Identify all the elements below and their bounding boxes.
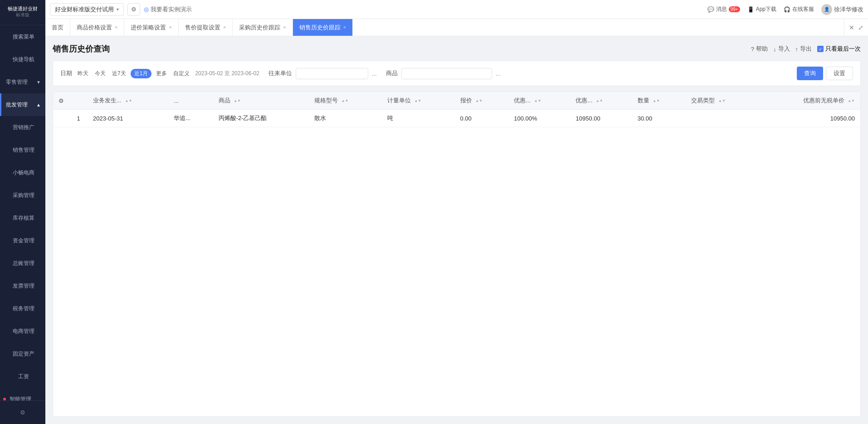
date-option-last7[interactable]: 近7天 xyxy=(110,69,128,78)
sidebar-item-label: 销售管理 xyxy=(13,146,34,154)
row-product-prefix: 华追... xyxy=(168,110,213,127)
supplier-input[interactable] xyxy=(296,68,368,79)
date-option-last1m[interactable]: 近1月 xyxy=(131,69,152,78)
maximize-panel-button[interactable]: ⤢ xyxy=(857,23,864,32)
col-qty[interactable]: 数量 ▲▼ xyxy=(632,92,686,110)
page-title: 销售历史价查询 xyxy=(53,43,110,54)
sidebar-item-salary[interactable]: 工资 xyxy=(0,365,45,388)
close-icon[interactable]: × xyxy=(169,25,171,30)
user-menu[interactable]: 👤 徐泽华修改 xyxy=(821,4,863,15)
import-button[interactable]: ↓ 导入 xyxy=(773,45,790,53)
col-discount1[interactable]: 优惠... ▲▼ xyxy=(508,92,570,110)
headset-icon: 🎧 xyxy=(784,6,790,13)
sidebar-item-ecommerce-small[interactable]: 小畅电商 xyxy=(0,161,45,184)
gear-icon: ⚙ xyxy=(131,6,137,13)
filter-actions: 查询 设置 xyxy=(797,67,853,80)
col-trade-type[interactable]: 交易类型 ▲▼ xyxy=(686,92,759,110)
app-download-button[interactable]: 📱 App下载 xyxy=(747,5,776,13)
chevron-up-icon: ▲ xyxy=(36,102,41,107)
search-button[interactable]: 查询 xyxy=(797,67,823,80)
sidebar-item-smart[interactable]: 智能管理 xyxy=(0,388,45,400)
sidebar-item-marketing[interactable]: 营销推广 xyxy=(0,116,45,139)
tab-purchase-history[interactable]: 采购历史价跟踪 × xyxy=(233,19,293,36)
col-number xyxy=(69,92,88,110)
page-actions: ? 帮助 ↓ 导入 ↑ 导出 ✓ 只看最后一次 xyxy=(751,45,861,53)
only-last-checkbox[interactable]: ✓ 只看最后一次 xyxy=(817,45,861,53)
row-qty: 30.00 xyxy=(632,110,686,127)
close-icon[interactable]: × xyxy=(115,25,117,30)
date-option-yesterday[interactable]: 昨天 xyxy=(76,69,90,78)
sidebar-item-purchase[interactable]: 采购管理 xyxy=(0,184,45,207)
message-icon: 💬 xyxy=(707,6,714,13)
topbar-settings-button[interactable]: ⚙ xyxy=(127,3,140,16)
message-button[interactable]: 💬 消息 99+ xyxy=(707,5,740,13)
export-button[interactable]: ↑ 导出 xyxy=(795,45,812,53)
topbar: 好业财标准版交付试用 ▾ ⚙ ◎ 我要看实例演示 💬 消息 99+ 📱 App下… xyxy=(45,0,868,19)
close-icon[interactable]: × xyxy=(223,25,226,30)
product-input[interactable] xyxy=(401,68,492,79)
row-discount1: 100.00% xyxy=(508,110,570,127)
sidebar-item-search[interactable]: 搜索菜单 xyxy=(0,25,45,48)
sidebar-item-invoice[interactable]: 发票管理 xyxy=(0,275,45,297)
demo-button[interactable]: ◎ 我要看实例演示 xyxy=(144,5,192,14)
sidebar: 畅捷通好业财 标准版 搜索菜单 快捷导航 零售管理 ▼ 批发管理 ▲ 营销推广 … xyxy=(0,0,45,424)
sidebar-item-sales[interactable]: 销售管理 xyxy=(0,139,45,161)
sidebar-item-wholesale[interactable]: 批发管理 ▲ xyxy=(0,93,45,116)
tab-home[interactable]: 首页 xyxy=(45,19,70,36)
col-pretax-price[interactable]: 优惠前无税单价 ▲▼ xyxy=(759,92,860,110)
page-header: 销售历史价查询 ? 帮助 ↓ 导入 ↑ 导出 ✓ 只看最后一次 xyxy=(53,43,861,54)
col-unit[interactable]: 计量单位 ▲▼ xyxy=(382,92,455,110)
date-option-custom[interactable]: 自定义 xyxy=(171,69,191,78)
close-panel-button[interactable]: ✕ xyxy=(848,23,855,32)
tab-product-price[interactable]: 商品价格设置 × xyxy=(70,19,124,36)
date-option-today[interactable]: 今天 xyxy=(93,69,107,78)
close-icon[interactable]: × xyxy=(343,25,346,30)
sidebar-item-finance[interactable]: 资金管理 xyxy=(0,229,45,252)
settings-button[interactable]: 设置 xyxy=(826,67,853,80)
sidebar-item-label: 批发管理 xyxy=(6,101,28,109)
product-dots-button[interactable]: ... xyxy=(496,70,501,77)
sidebar-item-ecommerce[interactable]: 电商管理 xyxy=(0,320,45,342)
sidebar-item-label: 小畅电商 xyxy=(13,169,34,177)
sort-icon: ▲▼ xyxy=(534,99,541,103)
col-more-label: ... xyxy=(174,97,179,104)
help-button[interactable]: ? 帮助 xyxy=(751,45,768,53)
sort-icon: ▲▼ xyxy=(653,99,660,103)
col-more[interactable]: ... xyxy=(168,92,213,110)
sidebar-item-label: 税务管理 xyxy=(13,305,34,313)
col-price[interactable]: 报价 ▲▼ xyxy=(455,92,509,110)
sidebar-item-label: 营销推广 xyxy=(13,124,34,131)
col-spec-label: 规格型号 xyxy=(314,97,338,104)
sidebar-item-label: 搜索菜单 xyxy=(13,33,34,41)
sort-icon: ▲▼ xyxy=(596,99,603,103)
tab-purchase-strategy[interactable]: 进价策略设置 × xyxy=(124,19,178,36)
col-product[interactable]: 商品 ▲▼ xyxy=(213,92,309,110)
tabbar: 首页 商品价格设置 × 进价策略设置 × 售价提取设置 × 采购历史价跟踪 × … xyxy=(45,19,868,36)
online-service-button[interactable]: 🎧 在线客服 xyxy=(784,5,814,13)
supplier-label: 往来单位 xyxy=(268,69,292,77)
sidebar-item-ledger[interactable]: 总账管理 xyxy=(0,252,45,275)
col-trade-type-label: 交易类型 xyxy=(691,97,715,104)
col-settings[interactable]: ⚙ xyxy=(53,92,69,110)
date-option-more[interactable]: 更多 xyxy=(154,69,169,78)
sidebar-item-inventory[interactable]: 库存核算 xyxy=(0,207,45,229)
play-icon: ◎ xyxy=(144,6,149,13)
col-discount2[interactable]: 优惠... ▲▼ xyxy=(570,92,632,110)
col-date[interactable]: 业务发生... ▲▼ xyxy=(88,92,168,110)
sidebar-item-quicknav[interactable]: 快捷导航 xyxy=(0,48,45,71)
sidebar-item-assets[interactable]: 固定资产 xyxy=(0,342,45,365)
table-header-row: ⚙ 业务发生... ▲▼ ... 商品 ▲▼ xyxy=(53,92,860,110)
date-filter-group: 日期 昨天 今天 近7天 近1月 更多 自定义 2023-05-02 至 202… xyxy=(60,69,259,78)
sidebar-item-tax[interactable]: 税务管理 xyxy=(0,297,45,320)
supplier-dots-button[interactable]: ... xyxy=(372,70,377,77)
tab-sales-history[interactable]: 销售历史价跟踪 × xyxy=(293,19,353,36)
tab-sale-extract[interactable]: 售价提取设置 × xyxy=(179,19,233,36)
sort-icon: ▲▼ xyxy=(414,99,421,103)
sidebar-item-label: 快捷导航 xyxy=(13,56,34,63)
sidebar-settings-button[interactable]: ⚙ xyxy=(0,405,45,420)
sidebar-item-retail[interactable]: 零售管理 ▼ xyxy=(0,71,45,93)
col-spec[interactable]: 规格型号 ▲▼ xyxy=(309,92,382,110)
module-selector[interactable]: 好业财标准版交付试用 ▾ xyxy=(50,3,124,16)
close-icon[interactable]: × xyxy=(283,25,286,30)
message-label: 消息 xyxy=(716,5,727,13)
